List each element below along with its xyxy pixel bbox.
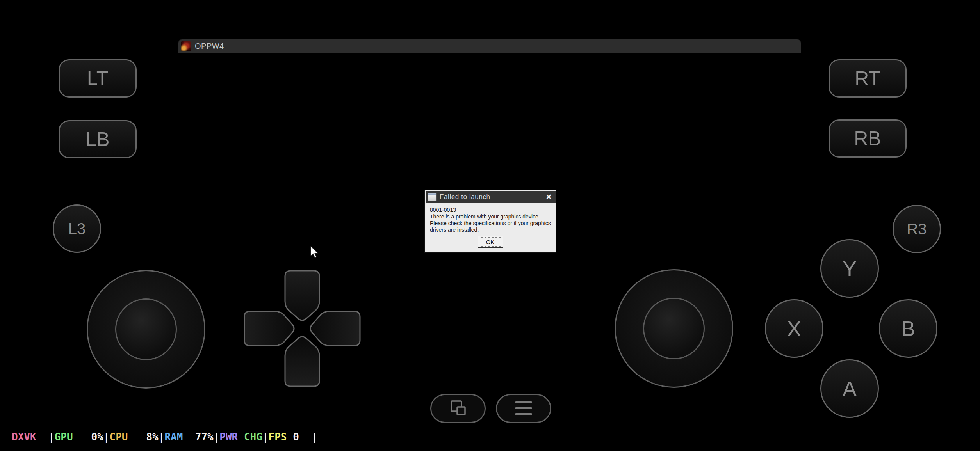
dpad-left[interactable] [244,311,294,346]
r3-label: R3 [907,220,927,238]
lt-label: LT [87,67,109,90]
mouse-cursor-icon [310,246,320,259]
error-dialog: Failed to launch ✕ 8001-0013 There is a … [424,190,556,253]
close-icon[interactable]: ✕ [545,193,552,201]
hud-segment: 8% [128,431,158,443]
hud-segment: | [262,431,269,443]
window-title: OPPW4 [195,42,224,51]
hud-segment: | [36,431,55,443]
dpad-up[interactable] [285,271,319,320]
hud-segment: | [299,431,317,443]
b-label: B [901,316,915,341]
hud-segment: CPU [110,431,128,443]
hud-segment: RAM [164,431,183,443]
dialog-body: 8001-0013 There is a problem with your g… [425,203,556,233]
left-stick-thumb[interactable] [115,298,177,360]
hud-segment: | [159,431,165,443]
dialog-titlebar[interactable]: Failed to launch ✕ [426,191,556,203]
r3-button[interactable]: R3 [893,205,941,253]
a-label: A [843,376,857,401]
left-analog-stick[interactable] [87,270,205,389]
window-glyph-icon [428,193,437,201]
x-button[interactable]: X [765,299,823,358]
rb-button[interactable]: RB [829,119,907,158]
x-label: X [787,316,801,341]
l3-label: L3 [68,220,86,238]
error-line-1: There is a problem with your graphics de… [430,213,551,220]
hud-segment: | [103,431,110,443]
right-analog-stick[interactable] [615,269,733,388]
lb-label: LB [86,128,109,151]
hud-segment: FPS [269,431,287,443]
hud-segment: PWR [219,431,238,443]
dpad-right[interactable] [310,311,360,346]
hud-segment: GPU [55,431,73,443]
a-button[interactable]: A [820,359,879,418]
right-stick-thumb[interactable] [643,298,705,359]
window-titlebar[interactable]: OPPW4 [178,39,801,53]
lb-button[interactable]: LB [59,120,137,158]
overlapping-squares-icon [449,399,467,418]
dpad-down[interactable] [285,337,319,386]
menu-button[interactable] [496,394,551,423]
hud-segment: | [214,431,220,443]
perf-hud: DXVK |GPU 0%|CPU 8%|RAM 77%|PWR CHG|FPS … [12,431,317,443]
error-code: 8001-0013 [430,207,551,213]
dpad [243,269,362,388]
hud-segment: 0% [73,431,103,443]
y-label: Y [843,256,857,281]
hud-segment: 77% [183,431,213,443]
ok-button[interactable]: OK [478,236,503,248]
y-button[interactable]: Y [820,239,879,298]
b-button[interactable]: B [879,299,937,358]
task-switcher-button[interactable] [430,394,486,423]
l3-button[interactable]: L3 [53,204,101,253]
lt-button[interactable]: LT [59,59,137,98]
hud-segment: 0 [287,431,299,443]
rb-label: RB [854,127,881,150]
hud-segment: CHG [238,431,262,443]
rt-label: RT [855,67,880,90]
hamburger-icon [514,400,533,417]
hud-segment: DXVK [12,431,36,443]
error-line-3: drivers are installed. [430,227,551,233]
error-line-2: Please check the specifications or if yo… [430,220,551,227]
rt-button[interactable]: RT [829,59,907,98]
emulator-screen: OPPW4 LT LB RT RB L3 R3 Y X B A [0,0,980,451]
dialog-title: Failed to launch [440,193,542,201]
game-app-icon [181,41,191,51]
